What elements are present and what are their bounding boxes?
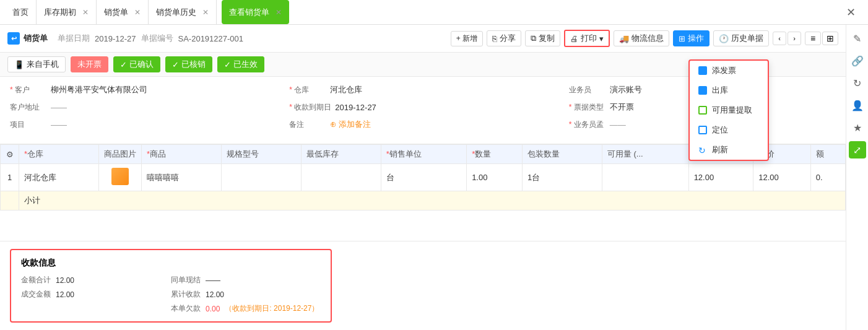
sales-label: 业务员孟: [569, 119, 606, 130]
history-button[interactable]: 🕐 历史单据: [713, 30, 769, 46]
due-date-value: 2019-12-27: [335, 103, 376, 112]
add-invoice-icon: [698, 66, 707, 75]
confirm-button[interactable]: ✓ 已确认: [113, 56, 160, 72]
tab-inventory-init[interactable]: 库存期初 ✕: [37, 0, 97, 24]
effective-button[interactable]: ✓ 已生效: [217, 56, 264, 72]
transaction-row: 成交金额 12.00: [21, 289, 171, 300]
sidebar-expand-icon[interactable]: ⤢: [849, 141, 866, 158]
dropdown-menu: 添发票 出库 可用量提取 定位 ↻ 刷新: [688, 59, 769, 161]
th-min-stock: 最低库存: [301, 145, 381, 164]
address-label: 客户地址: [10, 102, 47, 113]
cancel-icon: ✓: [172, 60, 179, 69]
sidebar-user-icon[interactable]: 👤: [849, 97, 866, 114]
not-open-button[interactable]: 未开票: [71, 56, 108, 72]
tab-bar: 首页 库存期初 ✕ 销货单 ✕ 销货单历史 ✕ 查看销货单 ✕ ✕: [0, 0, 868, 25]
operations-dropdown: 添发票 出库 可用量提取 定位 ↻ 刷新: [688, 59, 769, 161]
logistics-button[interactable]: 🚚 物流信息: [614, 30, 669, 46]
staff-label: 业务员: [569, 85, 606, 95]
list-view-btn[interactable]: ≡: [805, 32, 821, 45]
grid-view-btn[interactable]: ⊞: [822, 32, 838, 45]
transaction-value: 12.00: [56, 290, 74, 299]
row-available: [602, 164, 688, 191]
payment-info-box: 收款信息 金额合计 12.00 同单现结 —— 成交金额 12.00: [10, 249, 332, 323]
dropdown-available-qty[interactable]: 可用量提取: [690, 100, 768, 120]
doc-header: ↩ 销货单 单据日期 2019-12-27 单据编号 SA-20191227-0…: [0, 25, 846, 53]
doc-title-icon: ↩: [7, 32, 20, 45]
ticket-value: 不开票: [610, 102, 634, 113]
th-sales-unit: *销售单位: [381, 145, 466, 164]
customer-value: 柳州粤港平安气体有限公司: [51, 84, 147, 95]
copy-icon: ⧉: [531, 33, 536, 43]
row-warehouse: 河北仓库: [19, 164, 99, 191]
th-gear[interactable]: ⚙: [1, 145, 19, 164]
note-label: 备注: [289, 119, 326, 130]
warehouse-field: 仓库 河北仓库: [289, 84, 556, 95]
balance-label: 本单欠款: [171, 303, 201, 314]
project-label: 项目: [10, 119, 47, 130]
payment-info-grid: 金额合计 12.00 同单现结 —— 成交金额 12.00 累计收款 12.00: [21, 275, 321, 314]
close-history[interactable]: ✕: [202, 8, 209, 17]
add-note-btn[interactable]: ⊕ 添加备注: [330, 119, 371, 130]
copy-button[interactable]: ⧉ 复制: [525, 30, 560, 46]
dropdown-add-invoice[interactable]: 添发票: [690, 61, 768, 80]
refresh-icon: ↻: [698, 145, 707, 154]
doc-actions: + 新增 ⎘ 分享 ⧉ 复制 🖨 打印 ▾ 🚚 物流信息: [451, 30, 838, 47]
right-sidebar: ✎ 🔗 ↻ 👤 ★ ⤢: [846, 25, 868, 330]
doc-title: ↩ 销货单: [7, 32, 48, 45]
window-close-button[interactable]: ✕: [839, 6, 863, 19]
dropdown-refresh[interactable]: ↻ 刷新: [690, 140, 768, 160]
sidebar-edit-icon[interactable]: ✎: [849, 30, 866, 47]
payment-info-title: 收款信息: [21, 258, 321, 269]
close-sales-order[interactable]: ✕: [134, 8, 141, 17]
transaction-label: 成交金额: [21, 289, 51, 300]
row-seq: 1: [1, 164, 19, 191]
share-icon: ⎘: [492, 34, 497, 43]
available-qty-icon: [698, 106, 707, 115]
due-date-label: 收款到期日: [289, 102, 331, 113]
total-value: 12.00: [56, 276, 74, 285]
project-value: ——: [51, 120, 67, 129]
tab-sales-order[interactable]: 销货单 ✕: [97, 0, 149, 24]
tab-sales-order-history[interactable]: 销货单历史 ✕: [149, 0, 217, 24]
sidebar-link-icon[interactable]: 🔗: [849, 52, 866, 69]
nav-prev[interactable]: ‹: [773, 32, 786, 45]
settlement-value: ——: [206, 276, 220, 285]
history-icon: 🕐: [719, 34, 729, 43]
new-button[interactable]: + 新增: [451, 31, 483, 46]
project-field: 项目 ——: [10, 119, 277, 130]
dropdown-outbound[interactable]: 出库: [690, 80, 768, 100]
dropdown-locate[interactable]: 定位: [690, 120, 768, 140]
date-label: 单据日期: [58, 33, 90, 44]
tab-home[interactable]: 首页: [5, 0, 37, 24]
customer-label: 客户: [10, 85, 47, 95]
th-spec: 规格型号: [221, 145, 301, 164]
sales-value: ——: [610, 120, 626, 129]
due-date-field: 收款到期日 2019-12-27: [289, 102, 556, 113]
logistics-icon: 🚚: [619, 34, 629, 43]
tab-view-sales-order[interactable]: 查看销货单 ✕: [222, 0, 289, 24]
settlement-row: 同单现结 ——: [171, 275, 321, 285]
view-toggle: ≡ ⊞: [805, 32, 838, 45]
from-phone-button[interactable]: 📱 来自手机: [7, 56, 66, 72]
balance-row: 本单欠款 0.00 （收款到期日: 2019-12-27）: [171, 303, 321, 314]
close-inventory-init[interactable]: ✕: [82, 8, 89, 17]
phone-icon: 📱: [14, 60, 24, 69]
th-quantity: *数量: [467, 145, 523, 164]
row-quantity: 1.00: [467, 164, 523, 191]
sidebar-star-icon[interactable]: ★: [849, 119, 866, 136]
sidebar-refresh-icon[interactable]: ↻: [849, 74, 866, 92]
cumulative-value: 12.00: [206, 290, 224, 299]
total-row: 金额合计 12.00: [21, 275, 171, 285]
th-warehouse: *仓库: [19, 145, 99, 164]
operations-button[interactable]: ⊞ 操作: [673, 30, 710, 46]
table-row: 1 河北仓库 嘻嘻嘻嘻 台 1.00 1台 12.00 12.00: [1, 164, 846, 191]
nav-next[interactable]: ›: [788, 32, 801, 45]
share-button[interactable]: ⎘ 分享: [487, 30, 521, 46]
print-button[interactable]: 🖨 打印 ▾: [564, 30, 610, 47]
product-thumbnail: [111, 168, 129, 185]
close-view[interactable]: ✕: [276, 8, 282, 17]
cumulative-row: 累计收款 12.00: [171, 289, 321, 300]
number-value: SA-20191227-001: [178, 34, 244, 43]
number-label: 单据编号: [141, 33, 173, 44]
cancelled-button[interactable]: ✓ 已核销: [165, 56, 212, 72]
